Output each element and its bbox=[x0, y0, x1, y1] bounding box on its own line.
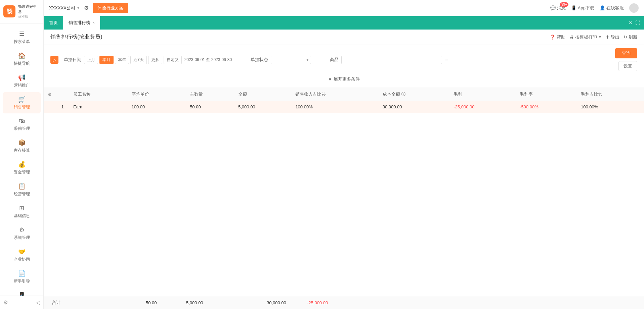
sidebar-item-label: 基础信息 bbox=[14, 213, 30, 219]
sidebar-item-basic[interactable]: ⊞ 基础信息 bbox=[3, 201, 41, 222]
query-button[interactable]: 查询 bbox=[615, 48, 637, 58]
marketing-icon: 📢 bbox=[18, 74, 26, 81]
row-name-cell: Eam bbox=[69, 101, 128, 113]
sidebar-item-guide[interactable]: 📄 新手引导 bbox=[3, 266, 41, 288]
sidebar-item-inventory[interactable]: 📦 库存核算 bbox=[3, 136, 41, 157]
col-profit-pct: 毛利占比% bbox=[577, 88, 644, 101]
filter-toggle-icon[interactable]: ▷ bbox=[50, 56, 58, 64]
apps-icon: 📱 bbox=[18, 292, 26, 296]
service-label: 在线客服 bbox=[606, 5, 624, 11]
company-selector[interactable]: XXXXXX公司 ▼ bbox=[49, 5, 80, 11]
row-sales-pct-cell: 100.00% bbox=[291, 101, 378, 113]
logo-sub: 标准版 bbox=[18, 14, 40, 19]
sidebar-item-label: 营销推广 bbox=[14, 83, 30, 88]
home-icon: 🏠 bbox=[18, 52, 26, 59]
status-select-wrap: ▼ bbox=[271, 56, 311, 64]
sidebar-item-quick[interactable]: 🏠 快捷导航 bbox=[3, 49, 41, 70]
sidebar-item-apps[interactable]: 📱 应用中心 bbox=[3, 288, 41, 296]
sidebar-item-finance[interactable]: 💰 资金管理 bbox=[3, 157, 41, 178]
sidebar-logo: 畅 畅康通好生意 标准版 bbox=[0, 0, 43, 23]
app-icon: 📱 bbox=[571, 5, 576, 10]
date-filter-buttons: 上月 本月 本年 近7天 更多 自定义 bbox=[84, 56, 182, 64]
topbar: XXXXXX公司 ▼ ⚙ 体验行业方案 💬 消息 99+ 📱 App下载 👤 在… bbox=[44, 0, 644, 16]
sidebar-item-label: 企业协同 bbox=[14, 257, 30, 262]
tab-close-icon[interactable]: × bbox=[92, 20, 95, 25]
tab-sales-ranking[interactable]: 销售排行榜 × bbox=[63, 16, 100, 30]
footer-spacer bbox=[222, 300, 263, 305]
help-button[interactable]: ❓ 帮助 bbox=[550, 34, 565, 40]
table-footer: 合计 50.00 5,000.00 30,000.00 -25,000.00 bbox=[44, 296, 644, 309]
company-name: XXXXXX公司 bbox=[49, 5, 75, 11]
sidebar-item-purchase[interactable]: 🛍 采购管理 bbox=[3, 114, 41, 135]
col-cost: 成本全额 ⓘ bbox=[379, 88, 450, 101]
footer-cells: 50.00 5,000.00 30,000.00 -25,000.00 bbox=[142, 300, 640, 305]
sidebar-item-label: 新手引导 bbox=[14, 278, 30, 284]
date-btn-year[interactable]: 本年 bbox=[115, 56, 129, 64]
goods-more-icon[interactable]: ··· bbox=[445, 57, 448, 62]
row-settings-cell bbox=[44, 101, 56, 113]
sidebar-item-collab[interactable]: 🤝 企业协同 bbox=[3, 245, 41, 266]
refresh-button[interactable]: ↻ 刷新 bbox=[624, 34, 637, 40]
help-label: 帮助 bbox=[557, 34, 565, 40]
tab-home[interactable]: 首页 bbox=[44, 16, 63, 30]
footer-quantity-value: 50.00 bbox=[146, 300, 157, 305]
main-area: XXXXXX公司 ▼ ⚙ 体验行业方案 💬 消息 99+ 📱 App下载 👤 在… bbox=[44, 0, 644, 309]
sidebar-item-operation[interactable]: 📋 经营管理 bbox=[3, 179, 41, 200]
sidebar-item-label: 库存核算 bbox=[14, 148, 30, 153]
print-label: 按模板打印 bbox=[575, 34, 597, 40]
row-amount-cell: 5,000.00 bbox=[234, 101, 291, 113]
date-btn-prev[interactable]: 上月 bbox=[84, 56, 98, 64]
tab-expand-icon[interactable]: ⛶ bbox=[635, 20, 640, 25]
system-icon: ⚙ bbox=[19, 226, 25, 234]
status-select[interactable] bbox=[271, 56, 311, 64]
refresh-label: 刷新 bbox=[629, 34, 637, 40]
tabbar: 首页 销售排行榜 × ✕ ⛶ bbox=[44, 16, 644, 30]
sidebar-settings-icon[interactable]: ⚙ bbox=[3, 299, 8, 306]
goods-search-input[interactable] bbox=[341, 56, 442, 64]
footer-cost: 30,000.00 bbox=[263, 300, 303, 305]
online-service-button[interactable]: 👤 在线客服 bbox=[600, 5, 624, 11]
table-row: 1 Eam 100.00 50.00 5,000.00 100.00% 30,0… bbox=[44, 101, 644, 113]
export-icon: ⬆ bbox=[606, 35, 609, 40]
page-actions: ❓ 帮助 🖨 按模板打印 ▼ ⬆ 导出 ↻ 刷新 bbox=[550, 34, 637, 40]
tab-label: 销售排行榜 bbox=[69, 20, 90, 26]
filter-bar: ▷ 单据日期 上月 本月 本年 近7天 更多 自定义 2023-06-01 至 … bbox=[44, 45, 644, 88]
sidebar-item-search[interactable]: ☰ 搜索菜单 bbox=[3, 27, 41, 48]
sidebar-item-system[interactable]: ⚙ 系统管理 bbox=[3, 223, 41, 244]
expand-label: 展开更多条件 bbox=[334, 76, 360, 82]
footer-cost-value: 30,000.00 bbox=[267, 300, 286, 305]
page-header: 销售排行榜(按业务员) ❓ 帮助 🖨 按模板打印 ▼ ⬆ 导出 ↻ 刷新 bbox=[44, 30, 644, 45]
trial-button[interactable]: 体验行业方案 bbox=[93, 3, 128, 13]
print-button[interactable]: 🖨 按模板打印 ▼ bbox=[569, 34, 602, 40]
date-btn-current[interactable]: 本月 bbox=[99, 56, 114, 64]
date-btn-custom[interactable]: 自定义 bbox=[164, 56, 182, 64]
tab-close-all-icon[interactable]: ✕ bbox=[629, 20, 633, 25]
service-icon: 👤 bbox=[600, 5, 605, 10]
filter-goods-item: 商品 ··· bbox=[330, 56, 448, 64]
date-filter-label: 单据日期 bbox=[64, 57, 81, 63]
sidebar-item-label: 资金管理 bbox=[14, 169, 30, 175]
message-button[interactable]: 💬 消息 99+ bbox=[550, 5, 566, 11]
expand-more-conditions[interactable]: ▼ 展开更多条件 bbox=[50, 74, 637, 84]
page-content: 销售排行榜(按业务员) ❓ 帮助 🖨 按模板打印 ▼ ⬆ 导出 ↻ 刷新 bbox=[44, 30, 644, 309]
col-settings[interactable]: ⚙ bbox=[44, 88, 56, 101]
inventory-icon: 📦 bbox=[18, 139, 26, 146]
footer-label-text: 合计 bbox=[52, 300, 60, 305]
sidebar-item-label: 经营管理 bbox=[14, 191, 30, 197]
sidebar-collapse-icon[interactable]: ◁ bbox=[36, 299, 40, 306]
footer-profit: -25,000.00 bbox=[303, 300, 343, 305]
sidebar-item-sales[interactable]: 🛒 销售管理 bbox=[3, 92, 41, 113]
topbar-settings-icon[interactable]: ⚙ bbox=[84, 5, 89, 11]
settings-button[interactable]: 设置 bbox=[618, 61, 637, 71]
sidebar-item-marketing[interactable]: 📢 营销推广 bbox=[3, 70, 41, 92]
operation-icon: 📋 bbox=[18, 183, 26, 190]
row-quantity-cell: 50.00 bbox=[186, 101, 234, 113]
date-btn-more[interactable]: 更多 bbox=[148, 56, 162, 64]
col-rank bbox=[56, 88, 69, 101]
avatar[interactable] bbox=[629, 3, 639, 13]
date-btn-7days[interactable]: 近7天 bbox=[130, 56, 147, 64]
export-button[interactable]: ⬆ 导出 bbox=[606, 34, 619, 40]
footer-quantity: 50.00 bbox=[142, 300, 182, 305]
sidebar: 畅 畅康通好生意 标准版 ☰ 搜索菜单 🏠 快捷导航 📢 营销推广 🛒 销售管理… bbox=[0, 0, 44, 309]
app-download-button[interactable]: 📱 App下载 bbox=[571, 5, 594, 11]
